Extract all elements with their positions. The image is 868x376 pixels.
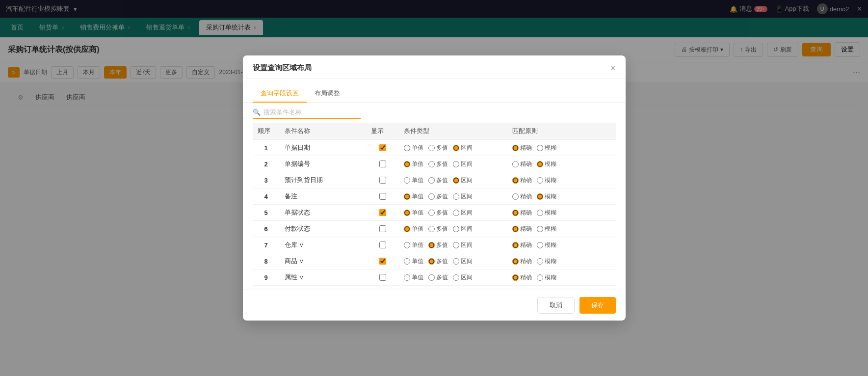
- show-checkbox-4[interactable]: [379, 193, 386, 200]
- row-match-5[interactable]: 精确 模糊: [507, 205, 616, 221]
- show-checkbox-8[interactable]: [379, 258, 386, 265]
- type-range-4[interactable]: 区间: [453, 192, 473, 201]
- row-show-3[interactable]: [366, 172, 398, 188]
- row-order-9: 9: [253, 269, 280, 286]
- dialog-close-button[interactable]: ×: [610, 64, 616, 73]
- match-exact-3[interactable]: 精确: [512, 176, 532, 185]
- type-range-3[interactable]: 区间: [453, 176, 473, 185]
- cancel-button[interactable]: 取消: [537, 297, 575, 314]
- type-range-1[interactable]: 区间: [453, 144, 473, 152]
- search-icon: 🔍: [253, 108, 261, 116]
- row-match-1[interactable]: 精确 模糊: [507, 140, 616, 156]
- tab-layout[interactable]: 布局调整: [307, 85, 348, 103]
- match-fuzzy-2[interactable]: 模糊: [537, 160, 556, 168]
- row-match-3[interactable]: 精确 模糊: [507, 172, 616, 188]
- type-multi-7[interactable]: 多值: [428, 241, 448, 249]
- row-show-9[interactable]: [366, 269, 398, 286]
- row-show-8[interactable]: [366, 253, 398, 269]
- col-header-order: 顺序: [253, 123, 280, 140]
- match-exact-1[interactable]: 精确: [512, 144, 532, 152]
- row-show-4[interactable]: [366, 188, 398, 205]
- match-exact-9[interactable]: 精确: [512, 273, 532, 282]
- match-fuzzy-8[interactable]: 模糊: [537, 257, 556, 266]
- tab-query-fields[interactable]: 查询字段设置: [253, 85, 307, 103]
- row-type-1[interactable]: 单值 多值 区间: [399, 140, 507, 156]
- match-fuzzy-3[interactable]: 模糊: [537, 176, 556, 185]
- type-multi-4[interactable]: 多值: [428, 192, 448, 201]
- match-fuzzy-4[interactable]: 模糊: [537, 192, 556, 201]
- type-single-7[interactable]: 单值: [404, 241, 423, 249]
- save-button[interactable]: 保存: [579, 297, 616, 314]
- show-checkbox-5[interactable]: [379, 209, 386, 216]
- row-type-9[interactable]: 单值 多值 区间: [399, 269, 507, 286]
- row-show-10[interactable]: [366, 286, 398, 290]
- row-match-2[interactable]: 精确 模糊: [507, 156, 616, 172]
- row-type-5[interactable]: 单值 多值 区间: [399, 205, 507, 221]
- row-match-9[interactable]: 精确 模糊: [507, 269, 616, 286]
- row-type-6[interactable]: 单值 多值 区间: [399, 221, 507, 237]
- type-multi-2[interactable]: 多值: [428, 160, 448, 168]
- row-show-7[interactable]: [366, 237, 398, 253]
- show-checkbox-2[interactable]: [379, 161, 386, 167]
- row-name-9: 属性 ∨: [280, 269, 367, 286]
- type-single-2[interactable]: 单值: [404, 160, 423, 168]
- col-header-show: 显示: [366, 123, 398, 140]
- row-type-10[interactable]: 单值 多值 区间: [399, 286, 507, 290]
- type-range-2[interactable]: 区间: [453, 160, 473, 168]
- row-show-1[interactable]: [366, 140, 398, 156]
- match-fuzzy-9[interactable]: 模糊: [537, 273, 556, 282]
- type-single-5[interactable]: 单值: [404, 209, 423, 217]
- match-fuzzy-6[interactable]: 模糊: [537, 225, 556, 233]
- match-fuzzy-5[interactable]: 模糊: [537, 209, 556, 217]
- type-range-7[interactable]: 区间: [453, 241, 473, 249]
- row-type-7[interactable]: 单值 多值 区间: [399, 237, 507, 253]
- row-show-6[interactable]: [366, 221, 398, 237]
- show-checkbox-7[interactable]: [379, 242, 386, 248]
- row-match-10[interactable]: 精确 模糊: [507, 286, 616, 290]
- type-single-1[interactable]: 单值: [404, 144, 423, 152]
- row-show-5[interactable]: [366, 205, 398, 221]
- show-checkbox-6[interactable]: [379, 225, 386, 232]
- show-checkbox-1[interactable]: [379, 144, 386, 151]
- row-name-4: 备注: [280, 188, 367, 205]
- type-range-8[interactable]: 区间: [453, 257, 473, 266]
- type-single-3[interactable]: 单值: [404, 176, 423, 185]
- match-exact-6[interactable]: 精确: [512, 225, 532, 233]
- type-single-4[interactable]: 单值: [404, 192, 423, 201]
- table-row: 5单据状态 单值 多值 区间 精确 模糊: [253, 205, 616, 221]
- row-type-3[interactable]: 单值 多值 区间: [399, 172, 507, 188]
- type-range-6[interactable]: 区间: [453, 225, 473, 233]
- type-range-9[interactable]: 区间: [453, 273, 473, 282]
- row-match-8[interactable]: 精确 模糊: [507, 253, 616, 269]
- type-multi-8[interactable]: 多值: [428, 257, 448, 266]
- match-exact-7[interactable]: 精确: [512, 241, 532, 249]
- row-match-6[interactable]: 精确 模糊: [507, 221, 616, 237]
- search-input[interactable]: [263, 108, 352, 116]
- row-name-8: 商品 ∨: [280, 253, 367, 269]
- match-exact-2[interactable]: 精确: [512, 160, 532, 168]
- show-checkbox-9[interactable]: [379, 274, 386, 281]
- row-type-2[interactable]: 单值 多值 区间: [399, 156, 507, 172]
- row-order-3: 3: [253, 172, 280, 188]
- match-exact-4[interactable]: 精确: [512, 192, 532, 201]
- row-show-2[interactable]: [366, 156, 398, 172]
- type-single-8[interactable]: 单值: [404, 257, 423, 266]
- row-match-4[interactable]: 精确 模糊: [507, 188, 616, 205]
- type-multi-3[interactable]: 多值: [428, 176, 448, 185]
- show-checkbox-3[interactable]: [379, 177, 386, 184]
- type-single-6[interactable]: 单值: [404, 225, 423, 233]
- type-multi-6[interactable]: 多值: [428, 225, 448, 233]
- type-multi-1[interactable]: 多值: [428, 144, 448, 152]
- match-exact-8[interactable]: 精确: [512, 257, 532, 266]
- row-type-8[interactable]: 单值 多值 区间: [399, 253, 507, 269]
- type-multi-5[interactable]: 多值: [428, 209, 448, 217]
- type-multi-9[interactable]: 多值: [428, 273, 448, 282]
- row-match-7[interactable]: 精确 模糊: [507, 237, 616, 253]
- match-fuzzy-7[interactable]: 模糊: [537, 241, 556, 249]
- match-exact-5[interactable]: 精确: [512, 209, 532, 217]
- type-single-9[interactable]: 单值: [404, 273, 423, 282]
- type-range-5[interactable]: 区间: [453, 209, 473, 217]
- table-row: 3预计到货日期 单值 多值 区间 精确 模糊: [253, 172, 616, 188]
- match-fuzzy-1[interactable]: 模糊: [537, 144, 556, 152]
- row-type-4[interactable]: 单值 多值 区间: [399, 188, 507, 205]
